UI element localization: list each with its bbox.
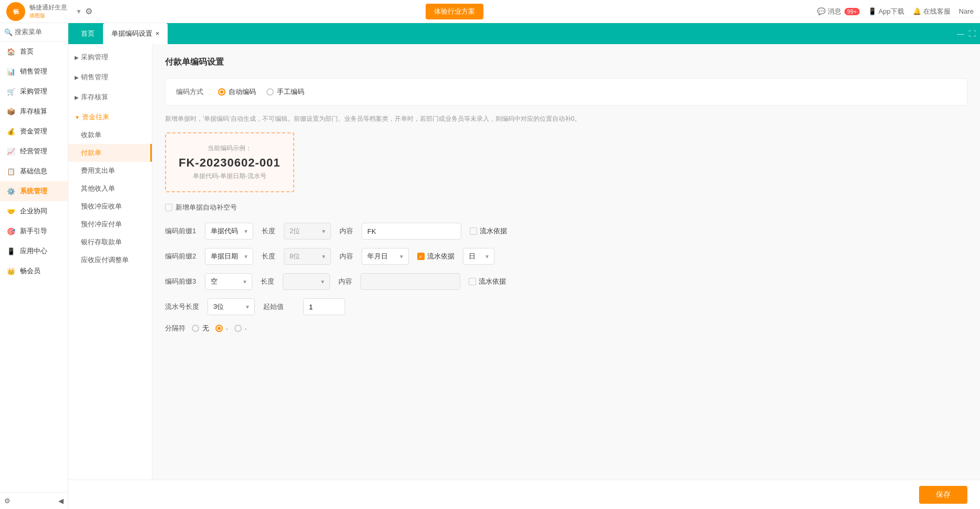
- separator-options: 无 · ·: [192, 324, 246, 333]
- sub-group-title-inventory[interactable]: ▶ 库存核算: [68, 88, 152, 106]
- sidebar-item-system[interactable]: ⚙️ 系统管理: [0, 181, 68, 201]
- sub-item-payment[interactable]: 付款单: [68, 144, 152, 162]
- serial-len-select[interactable]: 3位 ▼: [208, 298, 255, 315]
- tab-bar: 首页 单据编码设置 × — ⛶: [68, 23, 980, 44]
- arrow-right-icon-3: ▶: [75, 95, 79, 100]
- trial-button[interactable]: 体验行业方案: [426, 4, 483, 19]
- sep-option-none[interactable]: 无: [192, 324, 209, 333]
- sidebar-item-sales[interactable]: 📊 销售管理: [0, 61, 68, 81]
- content2-select[interactable]: 年月日 ▼: [362, 248, 409, 265]
- length1-select[interactable]: 2位 ▼: [284, 223, 331, 240]
- sub-item-adjustment[interactable]: 应收应付调整单: [68, 251, 152, 269]
- sub-item-bank-deposit[interactable]: 银行存取款单: [68, 233, 152, 251]
- serial-row: 流水号长度 3位 ▼ 起始值: [165, 298, 967, 315]
- maximize-btn[interactable]: ⛶: [968, 29, 976, 38]
- sub-group-inventory: ▶ 库存核算: [68, 88, 152, 106]
- length2-arrow-icon: ▼: [321, 254, 326, 259]
- length3-arrow-icon: ▼: [320, 279, 325, 285]
- sidebar-item-purchase[interactable]: 🛒 采购管理: [0, 81, 68, 101]
- app-download-area[interactable]: 📱 App下载: [868, 7, 904, 16]
- sidebar-item-member[interactable]: 👑 畅会员: [0, 261, 68, 281]
- sidebar-item-guide[interactable]: 🎯 新手引导: [0, 221, 68, 241]
- page-content: ▶ 采购管理 ▶ 销售管理 ▶ 库存核算: [68, 44, 980, 480]
- message-area[interactable]: 💬 消息 99+: [817, 7, 860, 16]
- user-area[interactable]: Nare: [959, 7, 974, 15]
- auto-fill-checkbox[interactable]: [165, 204, 172, 211]
- prefix3-select[interactable]: 空 ▼: [205, 273, 252, 290]
- page-title: 付款单编码设置: [165, 57, 967, 68]
- content2-arrow-icon: ▼: [399, 254, 404, 259]
- content3-input: [360, 273, 460, 290]
- sep-option-dot[interactable]: ·: [215, 325, 228, 333]
- sub-group-title-purchase[interactable]: ▶ 采购管理: [68, 48, 152, 66]
- sidebar-bottom: ⚙ ◀: [0, 492, 68, 509]
- prefix3-row: 编码前缀3 空 ▼ 长度 ▼ 内容: [165, 273, 967, 290]
- length3-select-wrap: ▼: [283, 273, 330, 290]
- service-icon: 🔔: [913, 7, 921, 15]
- serial3-check[interactable]: 流水依据: [469, 277, 506, 286]
- sidebar-item-enterprise[interactable]: 🤝 企业协同: [0, 201, 68, 221]
- sub-group-title-sales[interactable]: ▶ 销售管理: [68, 68, 152, 86]
- prefix2-row: 编码前缀2 单据日期 ▼ 长度 8位 ▼ 内容: [165, 248, 967, 265]
- sep-option-dot2[interactable]: ·: [234, 325, 247, 333]
- serial2-unit-select[interactable]: 日 ▼: [463, 248, 494, 265]
- auto-fill-row: 新增单据自动补空号: [165, 203, 967, 212]
- start-val-input[interactable]: [303, 298, 345, 315]
- member-icon: 👑: [6, 266, 16, 276]
- serial2-check[interactable]: ✓ 流水依据: [417, 252, 455, 261]
- minimize-btn[interactable]: —: [957, 29, 964, 38]
- length2-select[interactable]: 8位 ▼: [284, 248, 331, 265]
- length3-label: 长度: [261, 277, 274, 286]
- sidebar-item-basic[interactable]: 📋 基础信息: [0, 161, 68, 181]
- preview-box: 当前编码示例： FK-20230602-001 单据代码-单据日期-流水号: [165, 132, 294, 192]
- tab-bar-end: — ⛶: [957, 29, 976, 38]
- settings-top-icon[interactable]: ⚙: [85, 6, 92, 16]
- sidebar-item-finance[interactable]: 💰 资金管理: [0, 121, 68, 141]
- serial1-check[interactable]: 流水依据: [470, 226, 507, 236]
- prefix1-select[interactable]: 单据代码 ▼: [205, 223, 253, 240]
- manual-radio-item[interactable]: 手工编码: [266, 87, 304, 97]
- prefix3-label: 编码前缀3: [165, 277, 197, 286]
- content1-input[interactable]: [362, 223, 461, 240]
- length3-select[interactable]: ▼: [283, 273, 330, 290]
- tab-encoding-settings[interactable]: 单据编码设置 ×: [103, 23, 168, 44]
- sidebar-item-home[interactable]: 🏠 首页: [0, 41, 68, 61]
- sidebar-item-inventory[interactable]: 📦 库存核算: [0, 101, 68, 121]
- length2-select-wrap: 8位 ▼: [284, 248, 331, 265]
- content1-label: 内容: [339, 226, 353, 236]
- prefix1-label: 编码前缀1: [165, 226, 197, 236]
- save-button[interactable]: 保存: [919, 486, 967, 504]
- serial2-unit-wrap: 日 ▼: [463, 248, 494, 265]
- online-service-area[interactable]: 🔔 在线客服: [913, 7, 951, 16]
- prefix2-select[interactable]: 单据日期 ▼: [205, 248, 253, 265]
- prefix2-label: 编码前缀2: [165, 252, 197, 261]
- sub-item-prepay-offset2[interactable]: 预付冲应付单: [68, 215, 152, 233]
- sub-item-prepay-offset[interactable]: 预收冲应收单: [68, 198, 152, 215]
- sidebar-item-apps[interactable]: 📱 应用中心: [0, 241, 68, 261]
- sidebar-item-operations[interactable]: 📈 经营管理: [0, 141, 68, 161]
- inventory-icon: 📦: [6, 107, 16, 116]
- manual-radio-dot: [266, 88, 274, 96]
- prefix3-select-wrap: 空 ▼: [205, 273, 252, 290]
- arrow-down-icon: ▼: [75, 115, 80, 120]
- sub-group-title-capital[interactable]: ▼ 资金往来: [68, 108, 152, 126]
- sub-group-capital: ▼ 资金往来 收款单 付款单 费用支出单 其他收入单 预收冲应收单 预付冲应付单…: [68, 108, 152, 269]
- bottom-bar: 保存: [68, 480, 980, 509]
- basic-icon: 📋: [6, 167, 16, 176]
- tab-close-btn[interactable]: ×: [156, 30, 159, 37]
- prefix2-arrow-icon: ▼: [243, 254, 249, 259]
- collapse-icon[interactable]: ◀: [58, 497, 64, 505]
- sub-item-expense[interactable]: 费用支出单: [68, 162, 152, 180]
- sidebar-search[interactable]: 🔍 搜索菜单: [0, 23, 68, 41]
- sub-item-receipt[interactable]: 收款单: [68, 126, 152, 144]
- nav-dropdown[interactable]: ▼: [76, 8, 82, 15]
- encoding-method-card: 编码方式 自动编码 手工编码: [165, 78, 967, 106]
- sub-item-other-income[interactable]: 其他收入单: [68, 180, 152, 198]
- hint-text: 新增单据时，'单据编码'自动生成，不可编辑。前缀设置为部门、业务员等档案类，开单…: [165, 114, 967, 124]
- tab-home[interactable]: 首页: [73, 23, 103, 44]
- auto-radio-dot: [218, 88, 225, 96]
- bottom-settings-icon[interactable]: ⚙: [4, 497, 11, 505]
- auto-radio-item[interactable]: 自动编码: [218, 87, 256, 97]
- sidebar-nav: 🏠 首页 📊 销售管理 🛒 采购管理 📦 库存核算 💰 资金管理 📈 经: [0, 41, 68, 492]
- serial3-checkbox-icon: [469, 278, 476, 285]
